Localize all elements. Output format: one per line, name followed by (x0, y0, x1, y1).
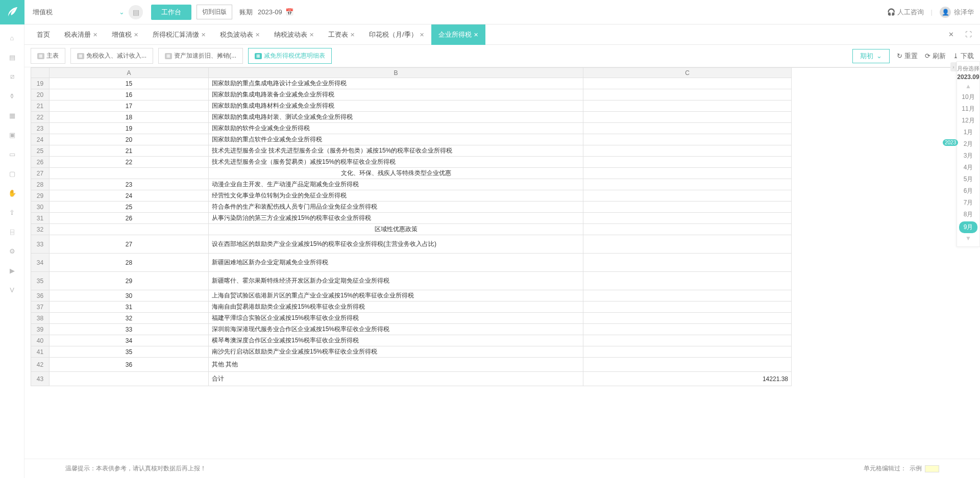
play-icon[interactable]: ▶ (7, 265, 17, 275)
row-number[interactable]: 34 (31, 254, 50, 272)
workbench-button[interactable]: 工作台 (151, 5, 191, 20)
cell-a[interactable]: 30 (50, 290, 209, 301)
row-number[interactable]: 37 (31, 301, 50, 313)
row-number[interactable]: 42 (31, 358, 50, 372)
cell-c[interactable] (583, 224, 792, 235)
cell-b[interactable]: 其他 其他 (209, 358, 583, 372)
cell-b[interactable]: 南沙先行启动区鼓励类产业企业减按15%税率征收企业所得税 (209, 346, 583, 358)
cell-c[interactable] (583, 272, 792, 290)
month-item[interactable]: 7月 (957, 197, 979, 209)
subtab-0[interactable]: ▦主表 (31, 48, 65, 64)
cell-a[interactable]: 36 (50, 358, 209, 372)
cell-a[interactable]: 34 (50, 335, 209, 346)
month-item[interactable]: 4月 (957, 162, 979, 173)
tab-3[interactable]: 所得税汇算清缴✕ (145, 24, 213, 45)
cell-b[interactable]: 横琴粤澳深度合作区企业减按15%税率征收企业所得税 (209, 335, 583, 346)
row-number[interactable]: 39 (31, 324, 50, 335)
tab-2[interactable]: 增值税✕ (105, 24, 145, 45)
row-number[interactable]: 33 (31, 235, 50, 254)
calendar-icon[interactable]: 📅 (285, 8, 293, 16)
reset-button[interactable]: ↻重置 (897, 52, 918, 61)
bag-icon[interactable]: ⚱ (7, 91, 17, 101)
row-number[interactable]: 40 (31, 335, 50, 346)
cell-b[interactable]: 深圳前海深港现代服务业合作区企业减按15%税率征收企业所得税 (209, 324, 583, 335)
hand-icon[interactable]: ✋ (7, 188, 17, 198)
user-chip[interactable]: 👤 徐泽华 (940, 7, 974, 18)
cell-b[interactable]: 文化、环保、残疾人等特殊类型企业优惠 (209, 168, 583, 179)
cell-a[interactable]: 31 (50, 301, 209, 313)
close-icon[interactable]: ✕ (474, 24, 478, 45)
month-item[interactable]: 6月 (957, 185, 979, 197)
tab-7[interactable]: 印花税（月/季）✕ (362, 24, 431, 45)
app-logo[interactable] (0, 0, 24, 24)
cell-a[interactable] (50, 168, 209, 179)
cell-b[interactable]: 合计 (209, 372, 583, 386)
row-number[interactable]: 38 (31, 313, 50, 324)
v-icon[interactable]: V (7, 285, 17, 295)
cell-b[interactable]: 区域性优惠政策 (209, 224, 583, 235)
spreadsheet[interactable]: ABC1915国家鼓励的重点集成电路设计企业减免企业所得税2016国家鼓励的集成… (24, 67, 980, 459)
cell-c[interactable] (583, 123, 792, 134)
close-icon[interactable]: ✕ (93, 24, 97, 45)
sheet-corner[interactable] (31, 68, 50, 78)
cell-a[interactable]: 32 (50, 313, 209, 324)
cell-c[interactable] (583, 134, 792, 145)
close-icon[interactable]: ✕ (134, 24, 138, 45)
cell-b[interactable]: 国家鼓励的集成电路装备企业减免企业所得税 (209, 89, 583, 100)
close-icon[interactable]: ✕ (201, 24, 206, 45)
row-number[interactable]: 24 (31, 134, 50, 145)
month-item[interactable]: 10月 (957, 91, 979, 103)
month-item[interactable]: 3月 (957, 150, 979, 162)
cell-c[interactable] (583, 358, 792, 372)
subtab-2[interactable]: ▦资产加速折旧、摊销(... (158, 48, 243, 64)
id-icon[interactable]: ▭ (7, 149, 17, 159)
row-number[interactable]: 32 (31, 224, 50, 235)
cell-c[interactable] (583, 100, 792, 112)
cell-c[interactable] (583, 346, 792, 358)
cell-b[interactable]: 设在西部地区的鼓励类产业企业减按15%的税率征收企业所得税(主营业务收入占比) (209, 235, 583, 254)
cell-c[interactable] (583, 145, 792, 157)
cell-a[interactable]: 18 (50, 112, 209, 123)
cell-b[interactable]: 国家鼓励的集成电路材料企业减免企业所得税 (209, 100, 583, 112)
row-number[interactable]: 29 (31, 190, 50, 202)
cell-c[interactable] (583, 301, 792, 313)
month-item[interactable]: 11月 (957, 103, 979, 115)
tab-6[interactable]: 工资表✕ (321, 24, 362, 45)
cell-b[interactable]: 国家鼓励的集成电路封装、测试企业减免企业所得税 (209, 112, 583, 123)
cell-a[interactable] (50, 224, 209, 235)
row-number[interactable]: 21 (31, 100, 50, 112)
outbox-icon[interactable]: ⇪ (7, 207, 17, 217)
cell-a[interactable]: 28 (50, 254, 209, 272)
row-number[interactable]: 22 (31, 112, 50, 123)
cell-c[interactable] (583, 313, 792, 324)
refresh-button[interactable]: ⟳刷新 (925, 52, 946, 61)
cell-c[interactable] (583, 213, 792, 224)
cell-a[interactable]: 27 (50, 235, 209, 254)
row-number[interactable]: 28 (31, 179, 50, 190)
tab-1[interactable]: 税表清册✕ (57, 24, 105, 45)
month-item[interactable]: 5月 (957, 173, 979, 185)
consult-link[interactable]: 🎧 人工咨询 (887, 8, 924, 17)
cell-a[interactable]: 25 (50, 202, 209, 213)
cell-c[interactable] (583, 89, 792, 100)
cell-a[interactable]: 17 (50, 100, 209, 112)
cell-a[interactable]: 16 (50, 89, 209, 100)
home-icon[interactable]: ⌂ (7, 33, 17, 43)
cell-b[interactable]: 技术先进型服务企业（服务贸易类）减按15%的税率征收企业所得税 (209, 157, 583, 168)
switch-old-button[interactable]: 切到旧版 (197, 5, 232, 19)
row-number[interactable]: 25 (31, 145, 50, 157)
row-number[interactable]: 41 (31, 346, 50, 358)
cell-b[interactable]: 新疆喀什、霍尔果斯特殊经济开发区新办企业定期免征企业所得税 (209, 272, 583, 290)
cell-c[interactable] (583, 335, 792, 346)
month-item[interactable]: 1月 (957, 127, 979, 138)
cell-b[interactable]: 从事污染防治的第三方企业减按15%的税率征收企业所得税 (209, 213, 583, 224)
cell-c[interactable]: 14221.38 (583, 372, 792, 386)
cell-b[interactable]: 动漫企业自主开发、生产动漫产品定期减免企业所得税 (209, 179, 583, 190)
cell-c[interactable] (583, 179, 792, 190)
tab-8[interactable]: 企业所得税✕ (431, 24, 485, 45)
col-header-A[interactable]: A (50, 68, 209, 78)
cell-b[interactable]: 国家鼓励的重点软件企业减免企业所得税 (209, 134, 583, 145)
row-number[interactable]: 30 (31, 202, 50, 213)
row-number[interactable]: 23 (31, 123, 50, 134)
tax-type-select[interactable]: 增值税 ⌄ (33, 8, 125, 17)
